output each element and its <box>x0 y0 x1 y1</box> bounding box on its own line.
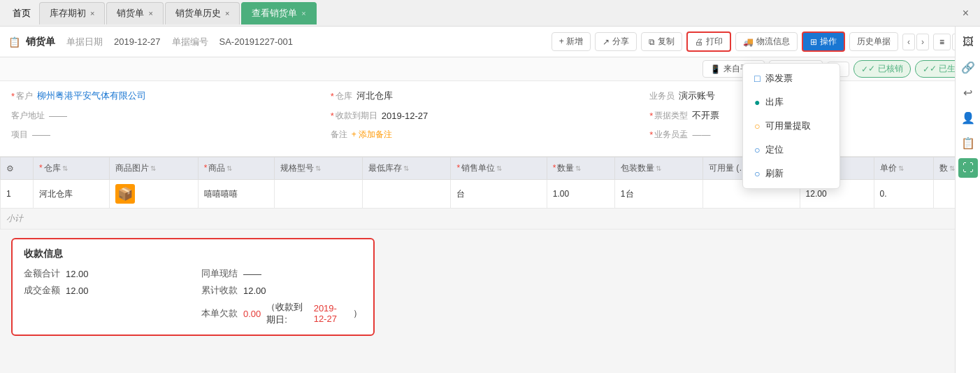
payment-date-field: * 收款到期日 2019-12-27 <box>331 110 650 122</box>
col-product: *商品⇅ <box>198 157 274 180</box>
project-field: 项目 —— <box>11 129 331 141</box>
available-qty-label: 可用量提取 <box>765 120 811 132</box>
dropdown-available-qty[interactable]: ○ 可用量提取 <box>743 114 840 138</box>
right-sidebar: 🖼 🔗 ↩ 👤 📋 ⛶ <box>955 27 980 373</box>
row-product-img: 📦 <box>110 180 198 209</box>
product-image: 📦 <box>115 184 135 204</box>
dropdown-add-invoice[interactable]: □ 添发票 <box>743 66 840 90</box>
dropdown-locate[interactable]: ○ 定位 <box>743 138 840 162</box>
tab-sales-history[interactable]: 销货单历史 × <box>165 2 240 24</box>
ticket-type-value: 不开票 <box>692 109 719 122</box>
check-sold-icon: ✓ <box>861 64 868 74</box>
address-value: —— <box>49 111 67 121</box>
date-label: 单据日期 <box>66 36 103 48</box>
payment-date-label: 收款到期日 <box>336 110 377 122</box>
add-note-button[interactable]: + 添加备注 <box>352 129 392 141</box>
copy-button[interactable]: ⧉ 复制 <box>641 32 682 51</box>
note-field: 备注 + 添加备注 <box>331 129 650 141</box>
ticket-type-label: 票据类型 <box>654 110 688 122</box>
same-order-label: 同单现结 <box>201 267 238 280</box>
total-amount-value: 12.00 <box>66 269 89 279</box>
dropdown-refresh[interactable]: ○ 刷新 <box>743 162 840 185</box>
deal-amount-value: 12.00 <box>66 286 89 296</box>
tab-inventory[interactable]: 库存期初 × <box>39 2 105 24</box>
outstanding-row: 本单欠款 0.00 （收款到期日: 2019-12-27 ） <box>201 301 362 326</box>
status-sold-button[interactable]: ✓ ✓ 已核销 <box>853 60 910 78</box>
cumulative-value: 12.00 <box>243 286 266 296</box>
available-qty-icon: ○ <box>754 120 760 132</box>
next-button[interactable]: › <box>916 34 929 50</box>
date-value: 2019-12-27 <box>114 36 161 47</box>
tab-home[interactable]: 首页 <box>6 3 38 24</box>
col-product-img: 商品图片⇅ <box>110 157 198 180</box>
operations-button[interactable]: ⊞ 操作 <box>802 31 845 52</box>
payment-info-grid: 金额合计 12.00 同单现结 —— 成交金额 12.00 累计收款 12.00 <box>24 267 362 326</box>
due-date-label: （收款到期日: <box>266 301 308 326</box>
total-amount-label: 金额合计 <box>24 267 60 280</box>
print-button[interactable]: 🖨 打印 <box>686 31 731 52</box>
prev-button[interactable]: ‹ <box>902 34 915 50</box>
sidebar-clipboard-icon[interactable]: 📋 <box>958 133 978 153</box>
sidebar-link-icon[interactable]: 🔗 <box>958 57 978 77</box>
project-value: —— <box>32 129 50 140</box>
col-unit: *销售单位⇅ <box>451 157 547 180</box>
refresh-icon: ○ <box>754 168 760 179</box>
col-settings[interactable]: ⚙ <box>1 157 34 180</box>
add-invoice-label: 添发票 <box>765 72 793 85</box>
sidebar-user-icon[interactable]: 👤 <box>958 108 978 127</box>
total-amount-row: 金额合计 12.00 <box>24 267 185 280</box>
outstanding-value: 0.00 <box>243 309 261 319</box>
col-pkg-qty: 包装数量⇅ <box>614 157 702 180</box>
row-unit-price: 0. <box>874 180 934 209</box>
tab-view-sales[interactable]: 查看销货单 × <box>241 2 316 24</box>
row-no: 1 <box>1 180 34 209</box>
payment-info-card: 收款信息 金额合计 12.00 同单现结 —— 成交金额 12.00 累计收款 … <box>11 238 375 336</box>
logistics-button[interactable]: 🚚 物流信息 <box>735 32 798 51</box>
settings-icon[interactable]: ⚙ <box>6 164 14 174</box>
due-date-suffix: ） <box>353 307 362 320</box>
print-icon: 🖨 <box>695 37 703 47</box>
customer-value[interactable]: 柳州粤港平安气体有限公司 <box>37 90 146 102</box>
new-button[interactable]: + 新增 <box>552 32 591 51</box>
col-min-stock: 最低库存⇅ <box>363 157 451 180</box>
doc-title: 销货单 <box>26 36 55 48</box>
sidebar-image-icon[interactable]: 🖼 <box>958 32 978 52</box>
warehouse-value: 河北仓库 <box>356 90 393 102</box>
row-pkg-qty: 1台 <box>614 180 702 209</box>
outstanding-label: 本单欠款 <box>201 307 238 320</box>
address-field: 客户地址 —— <box>11 110 331 122</box>
cumulative-row: 累计收款 12.00 <box>201 284 362 297</box>
operations-dropdown: □ 添发票 ● 出库 ○ 可用量提取 ○ 定位 ○ 刷新 <box>742 63 840 189</box>
payment-date-value: 2019-12-27 <box>382 111 428 121</box>
close-sales-tab[interactable]: × <box>148 9 152 17</box>
share-button[interactable]: ↗ 分享 <box>595 32 637 51</box>
customer-label: 客户 <box>16 90 33 102</box>
sidebar-expand-icon[interactable]: ⛶ <box>958 158 978 178</box>
locate-icon: ○ <box>754 144 760 155</box>
tab-sales[interactable]: 销货单 × <box>106 2 163 24</box>
window-close-button[interactable]: × <box>957 4 974 22</box>
toolbar-actions: + 新增 ↗ 分享 ⧉ 复制 🖨 打印 🚚 物流信息 ⊞ 操作 历史单据 <box>552 31 972 52</box>
check-effect-icon: ✓ <box>923 64 930 74</box>
grid-icon: ⊞ <box>810 37 817 47</box>
outbound-label: 出库 <box>765 96 784 108</box>
doc-icon: 📋 <box>8 36 20 48</box>
same-order-value: —— <box>243 269 261 279</box>
sidebar-return-icon[interactable]: ↩ <box>958 83 978 102</box>
due-date-value: 2019-12-27 <box>314 303 347 324</box>
list-view-button[interactable]: ≡ <box>933 34 951 50</box>
row-unit: 台 <box>451 180 547 209</box>
close-sales-history-tab[interactable]: × <box>225 9 229 17</box>
main-toolbar: 📋 销货单 单据日期 2019-12-27 单据编号 SA-20191227-0… <box>0 27 980 57</box>
warehouse-label: 仓库 <box>336 90 352 102</box>
close-inventory-tab[interactable]: × <box>90 9 94 17</box>
no-label: 单据编号 <box>172 36 208 48</box>
close-view-sales-tab[interactable]: × <box>301 9 305 17</box>
payment-info-title: 收款信息 <box>24 248 362 260</box>
subtotal-label: 小计 <box>1 209 980 230</box>
dropdown-outbound[interactable]: ● 出库 <box>743 90 840 114</box>
col-warehouse: *仓库⇅ <box>34 157 110 180</box>
history-button[interactable]: 历史单据 <box>849 32 898 51</box>
col-spec: 规格型号⇅ <box>275 157 363 180</box>
row-min-stock <box>363 180 451 209</box>
